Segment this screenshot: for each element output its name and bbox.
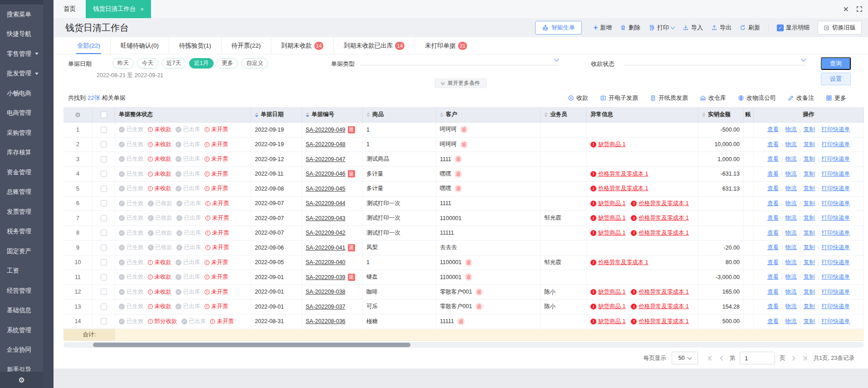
row-action-link[interactable]: 查看 bbox=[767, 229, 779, 237]
sidebar-item[interactable]: 新手引导 bbox=[0, 360, 43, 372]
row-checkbox[interactable] bbox=[101, 304, 107, 310]
row-action-link[interactable]: 打印快递单 bbox=[822, 303, 850, 310]
paper-invoice-button[interactable]: 开纸质发票 bbox=[650, 94, 688, 102]
row-action-link[interactable]: 查看 bbox=[767, 126, 779, 133]
row-action-link[interactable]: 复制 bbox=[804, 200, 815, 207]
row-action-link[interactable]: 复制 bbox=[804, 141, 815, 148]
horizontal-scrollbar[interactable] bbox=[63, 342, 864, 348]
column-header-status[interactable]: 单据整体状态 bbox=[115, 107, 251, 122]
exception-link[interactable]: !缺货商品 1 bbox=[590, 214, 625, 222]
sort-icon[interactable] bbox=[440, 113, 444, 117]
order-number-link[interactable]: SA-202209-049 bbox=[306, 127, 346, 133]
row-action-link[interactable]: 打印快递单 bbox=[822, 318, 850, 325]
date-quick-pill[interactable]: 今天 bbox=[137, 58, 158, 69]
row-checkbox[interactable] bbox=[101, 186, 107, 192]
close-icon[interactable]: ✕ bbox=[843, 5, 849, 14]
exception-link[interactable]: !价格异常及零成本 1 bbox=[590, 185, 648, 192]
show-detail-toggle[interactable]: ✓ 显示明细 bbox=[777, 24, 809, 32]
column-header[interactable]: 商品 bbox=[363, 107, 436, 122]
filter-tab[interactable]: 到期未收款已出库14 bbox=[333, 37, 414, 54]
order-number-link[interactable]: SA-202209-046 bbox=[306, 171, 346, 177]
row-checkbox[interactable] bbox=[101, 289, 107, 295]
exception-link[interactable]: !缺货商品 1 bbox=[590, 318, 625, 325]
column-header[interactable]: 实销金额 bbox=[698, 107, 744, 122]
row-action-link[interactable]: 物流 bbox=[785, 288, 797, 296]
order-number-link[interactable]: SA-202209-038 bbox=[306, 289, 346, 295]
sidebar-item[interactable]: 批发管理 bbox=[0, 64, 43, 84]
sort-icon[interactable] bbox=[544, 113, 548, 117]
row-action-link[interactable]: 物流 bbox=[785, 141, 797, 148]
date-quick-pill[interactable]: 更多 bbox=[217, 58, 238, 69]
per-page-select[interactable]: 50 bbox=[672, 352, 698, 364]
row-action-link[interactable]: 查看 bbox=[767, 155, 779, 163]
row-action-link[interactable]: 复制 bbox=[804, 273, 815, 281]
row-checkbox[interactable] bbox=[101, 245, 107, 251]
row-checkbox[interactable] bbox=[101, 259, 107, 265]
row-action-link[interactable]: 查看 bbox=[767, 318, 779, 325]
row-action-link[interactable]: 打印快递单 bbox=[822, 244, 850, 251]
exception-link[interactable]: !价格异常及零成本 1 bbox=[631, 318, 688, 325]
column-header[interactable]: 账 bbox=[744, 107, 754, 122]
date-quick-pill[interactable]: 自定义 bbox=[241, 58, 268, 69]
row-checkbox[interactable] bbox=[101, 230, 107, 236]
sort-icon[interactable] bbox=[255, 113, 258, 117]
column-header[interactable]: 客户 bbox=[436, 107, 541, 122]
sidebar-item[interactable]: 零售管理 bbox=[0, 44, 43, 64]
page-number-input[interactable] bbox=[740, 352, 775, 364]
exception-link[interactable]: !价格异常及零成本 1 bbox=[631, 200, 688, 207]
row-action-link[interactable]: 复制 bbox=[804, 185, 815, 192]
exception-link[interactable]: !价格异常及零成本 1 bbox=[631, 214, 688, 222]
row-action-link[interactable]: 复制 bbox=[804, 288, 815, 296]
sidebar-item[interactable]: 经营管理 bbox=[0, 281, 43, 301]
row-action-link[interactable]: 复制 bbox=[804, 318, 815, 325]
exception-link[interactable]: !价格异常及零成本 1 bbox=[590, 259, 648, 266]
e-invoice-button[interactable]: 开电子发票 bbox=[600, 94, 638, 102]
search-button[interactable]: 查询 bbox=[821, 57, 851, 70]
row-action-link[interactable]: 物流 bbox=[785, 200, 797, 207]
exception-link[interactable]: !缺货商品 1 bbox=[590, 229, 625, 237]
change-logistics-button[interactable]: 改物流公司 bbox=[738, 94, 776, 102]
row-action-link[interactable]: 查看 bbox=[767, 214, 779, 222]
filter-tab[interactable]: 待拣验货(1) bbox=[169, 37, 221, 54]
row-action-link[interactable]: 物流 bbox=[785, 155, 797, 163]
row-action-link[interactable]: 复制 bbox=[804, 126, 815, 133]
last-page-icon[interactable] bbox=[801, 355, 808, 362]
filter-tab[interactable]: 未打印单据21 bbox=[414, 37, 477, 54]
exception-link[interactable]: !缺货商品 1 bbox=[590, 141, 625, 148]
delete-button[interactable]: 删除 bbox=[620, 24, 640, 32]
row-action-link[interactable]: 查看 bbox=[767, 170, 779, 178]
row-action-link[interactable]: 打印快递单 bbox=[822, 214, 850, 222]
row-checkbox[interactable] bbox=[101, 141, 107, 147]
first-page-icon[interactable] bbox=[707, 355, 714, 362]
column-header[interactable]: 业务员 bbox=[541, 107, 587, 122]
row-action-link[interactable]: 打印快递单 bbox=[822, 170, 850, 178]
row-action-link[interactable]: 物流 bbox=[785, 244, 797, 251]
smart-order-button[interactable]: 智能生单 bbox=[535, 21, 582, 34]
sidebar-item[interactable]: 电商管理 bbox=[0, 103, 43, 123]
filter-tab[interactable]: 全部(22) bbox=[67, 37, 110, 54]
column-header[interactable]: 异常信息 bbox=[587, 107, 698, 122]
close-tab-icon[interactable]: × bbox=[141, 6, 144, 13]
sidebar-item[interactable]: 采购管理 bbox=[0, 123, 43, 143]
order-number-link[interactable]: SA-202209-040 bbox=[306, 259, 346, 265]
filter-tab[interactable]: 旺铺待确认(0) bbox=[110, 37, 169, 54]
sidebar-item[interactable]: 库存核算 bbox=[0, 143, 43, 163]
sidebar-item[interactable]: 快捷导航 bbox=[0, 25, 43, 44]
next-page-icon[interactable] bbox=[790, 355, 797, 362]
row-action-link[interactable]: 打印快递单 bbox=[822, 126, 850, 133]
order-number-link[interactable]: SA-202209-039 bbox=[306, 274, 346, 280]
collect-payment-button[interactable]: 收款 bbox=[568, 94, 588, 102]
sidebar-item[interactable]: 小畅电商 bbox=[0, 83, 43, 103]
row-action-link[interactable]: 物流 bbox=[785, 273, 797, 281]
row-checkbox[interactable] bbox=[101, 274, 107, 280]
sidebar-item[interactable]: 工资 bbox=[0, 261, 43, 281]
change-warehouse-button[interactable]: 改仓库 bbox=[700, 94, 726, 102]
row-action-link[interactable]: 查看 bbox=[767, 288, 779, 296]
refresh-button[interactable]: 刷新 bbox=[740, 24, 760, 32]
scrollbar-thumb[interactable] bbox=[93, 343, 410, 347]
pay-status-select[interactable] bbox=[624, 54, 806, 65]
sidebar-item[interactable]: 资金管理 bbox=[0, 162, 43, 182]
row-action-link[interactable]: 物流 bbox=[785, 303, 797, 310]
sidebar-item[interactable]: 固定资产 bbox=[0, 241, 43, 261]
exception-link[interactable]: !价格异常及零成本 1 bbox=[590, 170, 648, 178]
